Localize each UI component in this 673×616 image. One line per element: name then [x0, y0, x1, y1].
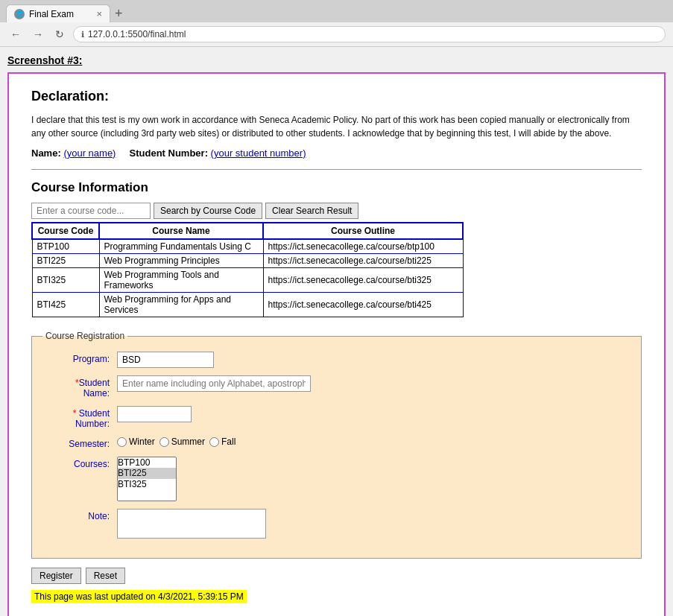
note-textarea[interactable]	[117, 509, 266, 539]
back-button[interactable]: ←	[7, 27, 24, 42]
table-row: BTI325Web Programming Tools and Framewor…	[32, 268, 463, 293]
course-info-title: Course Information	[31, 180, 642, 195]
course-table: Course Code Course Name Course Outline B…	[31, 222, 464, 317]
course-name-cell: Web Programming for Apps and Services	[99, 293, 263, 317]
course-outline-cell: https://ict.senecacollege.ca/course/bti4…	[263, 293, 463, 317]
table-row: BTP100Programming Fundamentals Using Cht…	[32, 239, 463, 254]
course-code-input[interactable]	[31, 203, 151, 219]
fall-radio[interactable]	[209, 437, 219, 447]
declaration-text: I declare that this test is my own work …	[31, 113, 642, 140]
course-name-cell: Web Programming Tools and Frameworks	[99, 268, 263, 293]
course-code-cell: BTI225	[32, 254, 99, 268]
winter-label: Winter	[129, 436, 155, 447]
browser-chrome: 🌐 Final Exam × + ← → ↻ ℹ 127.0.0.1:5500/…	[0, 0, 673, 47]
reset-button[interactable]: Reset	[86, 568, 125, 584]
student-name-label: *StudentName:	[42, 375, 117, 399]
page-wrapper: Screenshot #3: Declaration: I declare th…	[0, 47, 673, 616]
winter-radio[interactable]	[117, 437, 127, 447]
summer-radio-label[interactable]: Summer	[159, 436, 205, 447]
secure-icon: ℹ	[81, 30, 84, 39]
search-button[interactable]: Search by Course Code	[154, 203, 262, 219]
student-name-input[interactable]	[117, 375, 311, 392]
refresh-button[interactable]: ↻	[52, 27, 67, 42]
clear-search-button[interactable]: Clear Search Result	[265, 203, 358, 219]
semester-row: Semester: Winter Summer Fall	[42, 436, 626, 449]
course-outline-cell: https://ict.senecacollege.ca/course/bti2…	[263, 254, 463, 268]
student-number-value: (your student number)	[211, 147, 306, 159]
student-number-label: Student Number:	[130, 147, 208, 159]
page-content: Declaration: I declare that this test is…	[7, 72, 666, 616]
last-updated: This page was last updated on 4/3/2021, …	[31, 590, 247, 603]
student-number-input[interactable]	[117, 406, 192, 422]
registration-fieldset: Course Registration Program: *StudentNam…	[31, 331, 642, 559]
summer-label: Summer	[171, 436, 205, 447]
tab-favicon: 🌐	[14, 9, 25, 19]
form-buttons: Register Reset	[31, 568, 642, 584]
winter-radio-label[interactable]: Winter	[117, 436, 155, 447]
course-code-cell: BTP100	[32, 239, 99, 254]
course-code-cell: BTI425	[32, 293, 99, 317]
courses-row: Courses: BTP100BTI225BTI325	[42, 457, 626, 501]
note-label: Note:	[42, 509, 117, 521]
tab-title: Final Exam	[29, 9, 90, 19]
register-button[interactable]: Register	[31, 568, 81, 584]
course-name-cell: Programming Fundamentals Using C	[99, 239, 263, 254]
table-row: BTI225Web Programming Principleshttps://…	[32, 254, 463, 268]
name-line: Name: (your name) Student Number: (your …	[31, 147, 642, 159]
registration-legend: Course Registration	[42, 331, 127, 341]
name-value: (your name)	[63, 147, 116, 159]
program-row: Program:	[42, 352, 626, 368]
program-label: Program:	[42, 352, 117, 364]
student-number-label: * StudentNumber:	[42, 406, 117, 429]
declaration-title: Declaration:	[31, 89, 642, 104]
divider	[31, 169, 642, 170]
search-area: Search by Course Code Clear Search Resul…	[31, 203, 642, 219]
url-bar[interactable]: ℹ 127.0.0.1:5500/final.html	[73, 26, 666, 42]
col-header-name: Course Name	[99, 223, 263, 239]
fall-radio-label[interactable]: Fall	[209, 436, 236, 447]
course-outline-cell: https://ict.senecacollege.ca/course/bti3…	[263, 268, 463, 293]
name-label: Name:	[31, 147, 61, 159]
forward-button[interactable]: →	[30, 27, 46, 42]
col-header-outline: Course Outline	[263, 223, 463, 239]
student-name-row: *StudentName:	[42, 375, 626, 399]
tab-close-button[interactable]: ×	[96, 8, 102, 19]
tab-bar: 🌐 Final Exam × +	[0, 0, 673, 22]
course-name-cell: Web Programming Principles	[99, 254, 263, 268]
note-row: Note:	[42, 509, 626, 539]
address-bar: ← → ↻ ℹ 127.0.0.1:5500/final.html	[0, 22, 673, 46]
semester-options: Winter Summer Fall	[117, 436, 236, 447]
url-text: 127.0.0.1:5500/final.html	[88, 29, 186, 39]
courses-label: Courses:	[42, 457, 117, 469]
program-input[interactable]	[117, 352, 214, 368]
screenshot-label: Screenshot #3:	[7, 54, 666, 66]
col-header-code: Course Code	[32, 223, 99, 239]
fall-label: Fall	[221, 436, 236, 447]
new-tab-button[interactable]: +	[115, 7, 123, 20]
courses-select[interactable]: BTP100BTI225BTI325	[117, 457, 177, 501]
semester-label: Semester:	[42, 436, 117, 449]
course-outline-cell: https://ict.senecacollege.ca/course/btp1…	[263, 239, 463, 254]
browser-tab[interactable]: 🌐 Final Exam ×	[6, 4, 110, 22]
course-code-cell: BTI325	[32, 268, 99, 293]
summer-radio[interactable]	[159, 437, 169, 447]
student-number-row: * StudentNumber:	[42, 406, 626, 429]
table-row: BTI425Web Programming for Apps and Servi…	[32, 293, 463, 317]
